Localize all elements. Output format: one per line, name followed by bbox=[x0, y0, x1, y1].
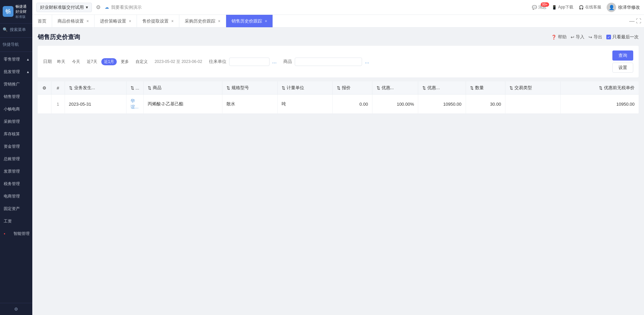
row-num-cell: 1 bbox=[51, 95, 65, 114]
sidebar-item-finance[interactable]: 资金管理 bbox=[0, 140, 32, 153]
export-icon: ↪ bbox=[588, 35, 592, 40]
message-badge: 99+ bbox=[541, 2, 549, 7]
sidebar-item-smart[interactable]: 智能管理 bbox=[0, 228, 32, 240]
product-filter-label: 商品 bbox=[283, 59, 292, 65]
query-button[interactable]: 查询 bbox=[612, 50, 633, 61]
col-discount2[interactable]: ⇅ 优惠... bbox=[418, 81, 466, 95]
col-dots[interactable]: ⇅ ... bbox=[126, 81, 143, 95]
edition-dropdown[interactable]: 好业财标准版交付试用 ▾ bbox=[36, 3, 92, 12]
col-gear[interactable]: ⚙ bbox=[38, 81, 51, 95]
service-label: 在线客服 bbox=[585, 4, 601, 10]
import-icon: ↩ bbox=[571, 35, 574, 40]
tab-price-extract[interactable]: 售价提取设置 × bbox=[137, 15, 179, 28]
row-unit-cell: 吨 bbox=[278, 95, 333, 114]
date-opt-custom[interactable]: 自定义 bbox=[133, 58, 150, 65]
message-icon: 💬 bbox=[532, 5, 537, 10]
sidebar-item-invoice[interactable]: 发票管理 bbox=[0, 165, 32, 178]
sidebar-item-salary[interactable]: 工资 bbox=[0, 215, 32, 228]
tab-price[interactable]: 商品价格设置 × bbox=[52, 15, 95, 28]
user-menu[interactable]: 👤 徐泽华修改 bbox=[607, 3, 640, 12]
date-opt-today[interactable]: 今天 bbox=[69, 58, 83, 65]
tab-minimize-icon[interactable]: — bbox=[629, 18, 635, 24]
sidebar-divider-2 bbox=[0, 51, 32, 52]
service-button[interactable]: 🎧 在线客服 bbox=[579, 4, 601, 10]
sidebar-settings[interactable]: ⚙ bbox=[0, 303, 32, 315]
logo-area: 畅 畅捷通好业财 标准版 bbox=[0, 0, 32, 24]
sidebar-item-label-ecommerce: 电商管理 bbox=[4, 194, 20, 199]
row-bizdate-cell: 2023-05-31 bbox=[65, 95, 126, 114]
date-opt-yesterday[interactable]: 昨天 bbox=[55, 58, 68, 65]
demo-button[interactable]: ☁ 我要看实例演示 bbox=[105, 4, 142, 10]
col-qty-sort-icon: ⇅ bbox=[470, 85, 474, 91]
tab-home[interactable]: 首页 bbox=[32, 15, 52, 28]
export-button[interactable]: ↪ 导出 bbox=[588, 34, 602, 40]
row-discount2-cell: 10950.00 bbox=[418, 95, 466, 114]
sidebar-item-label-sales: 销售管理 bbox=[4, 94, 20, 100]
col-txtype[interactable]: ⇅ 交易类型 bbox=[505, 81, 561, 95]
col-unit-label: 计量单位 bbox=[287, 85, 304, 91]
row-txtype-cell bbox=[505, 95, 561, 114]
col-product[interactable]: ⇅ 商品 bbox=[143, 81, 222, 95]
sidebar-item-wholesale[interactable]: 批发管理 ▲ bbox=[0, 66, 32, 78]
tab-purchase-history-close[interactable]: × bbox=[218, 19, 220, 24]
app-download-button[interactable]: 📱 App下载 bbox=[552, 4, 573, 10]
sidebar-item-ecommerce[interactable]: 电商管理 bbox=[0, 190, 32, 203]
col-bizdate[interactable]: ⇅ 业务发生... bbox=[65, 81, 126, 95]
app-label: App下载 bbox=[558, 4, 573, 10]
product-filter-group: 商品 ... bbox=[283, 58, 369, 66]
tab-sales-history[interactable]: 销售历史价跟踪 × bbox=[226, 15, 273, 28]
sidebar-item-ecommerce-small[interactable]: 小畅电商 bbox=[0, 103, 32, 115]
gear-icon: ⚙ bbox=[14, 307, 18, 312]
sidebar-item-marketing[interactable]: 营销推广 bbox=[0, 78, 32, 91]
filter-buttons: 查询 设置 bbox=[612, 50, 633, 73]
product-input[interactable] bbox=[295, 58, 362, 66]
col-unit[interactable]: ⇅ 计量单位 bbox=[278, 81, 333, 95]
tab-purchase-strategy-label: 进价策略设置 bbox=[100, 18, 126, 24]
last-only-checkbox[interactable]: ✓ 只看最后一次 bbox=[606, 34, 639, 40]
col-spec[interactable]: ⇅ 规格型号 bbox=[222, 81, 278, 95]
partner-dots-button[interactable]: ... bbox=[272, 59, 277, 65]
col-product-label: 商品 bbox=[153, 85, 162, 91]
sidebar-item-sales[interactable]: 销售管理 bbox=[0, 91, 32, 103]
col-spec-sort-icon: ⇅ bbox=[226, 85, 230, 91]
row-price-cell: 0.00 bbox=[333, 95, 372, 114]
tab-sales-history-close[interactable]: × bbox=[265, 19, 267, 24]
tab-expand-icon[interactable]: ⛶ bbox=[636, 18, 641, 24]
sidebar-quicknav[interactable]: 快捷导航 bbox=[0, 39, 32, 50]
message-button[interactable]: 💬 消息 99+ bbox=[532, 4, 546, 10]
tab-price-close[interactable]: × bbox=[86, 19, 89, 24]
product-dots-button[interactable]: ... bbox=[365, 59, 369, 65]
tab-purchase-history[interactable]: 采购历史价跟踪 × bbox=[179, 15, 226, 28]
sidebar-item-purchase[interactable]: 采购管理 bbox=[0, 115, 32, 128]
col-pretax[interactable]: ⇅ 优惠前无税单价 bbox=[560, 81, 639, 95]
col-discount1-label: 优惠... bbox=[382, 85, 394, 91]
phone-icon: 📱 bbox=[552, 5, 557, 10]
filter-settings-button[interactable]: 设置 bbox=[612, 63, 633, 73]
tab-price-extract-close[interactable]: × bbox=[171, 19, 174, 24]
sidebar-item-inventory[interactable]: 库存核算 bbox=[0, 128, 32, 140]
date-opt-more[interactable]: 更多 bbox=[118, 58, 132, 65]
topbar: 好业财标准版交付试用 ▾ ⚙ ☁ 我要看实例演示 💬 消息 99+ 📱 App下… bbox=[32, 0, 644, 15]
tab-purchase-strategy-close[interactable]: × bbox=[129, 19, 131, 24]
sidebar-item-ledger[interactable]: 总账管理 bbox=[0, 153, 32, 165]
partner-input[interactable] bbox=[229, 58, 270, 66]
search-label: 搜索菜单 bbox=[10, 27, 26, 33]
col-qty[interactable]: ⇅ 数量 bbox=[466, 81, 505, 95]
col-discount1[interactable]: ⇅ 优惠... bbox=[372, 81, 418, 95]
settings-icon[interactable]: ⚙ bbox=[96, 4, 101, 10]
sidebar-item-assets[interactable]: 固定资产 bbox=[0, 203, 32, 215]
import-button[interactable]: ↩ 导入 bbox=[571, 34, 584, 40]
sidebar-item-tax[interactable]: 税务管理 bbox=[0, 178, 32, 190]
col-price[interactable]: ⇅ 报价 bbox=[333, 81, 372, 95]
tab-price-label: 商品价格设置 bbox=[58, 18, 84, 24]
date-opt-last1m[interactable]: 近1月 bbox=[101, 58, 117, 65]
username-label: 徐泽华修改 bbox=[618, 4, 640, 10]
tab-purchase-strategy[interactable]: 进价策略设置 × bbox=[95, 15, 137, 28]
date-opt-last7[interactable]: 近7天 bbox=[84, 58, 100, 65]
help-button[interactable]: ❓ 帮助 bbox=[551, 34, 567, 40]
sidebar-item-retail[interactable]: 零售管理 ▲ bbox=[0, 53, 32, 66]
demo-label: 我要看实例演示 bbox=[111, 4, 142, 10]
sidebar-item-label-smart: 智能管理 bbox=[13, 231, 30, 237]
sidebar-search[interactable]: 🔍 搜索菜单 bbox=[0, 24, 32, 36]
sidebar-item-label-invoice: 发票管理 bbox=[4, 169, 20, 174]
